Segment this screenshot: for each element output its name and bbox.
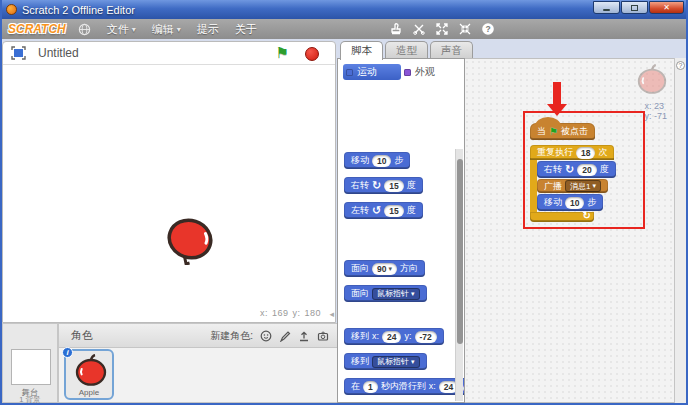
block-turn-cw[interactable]: 右转↻15度 (344, 177, 423, 194)
tab-声音[interactable]: 声音 (430, 41, 473, 59)
category-label: 运动 (357, 65, 377, 79)
sprite-library-icon[interactable] (260, 330, 272, 342)
menu-item-提示[interactable]: 提示 (189, 20, 227, 39)
block-text: y: (404, 332, 411, 341)
menu-item-文件[interactable]: 文件▾ (99, 20, 144, 39)
minimize-button[interactable] (593, 1, 620, 14)
block-text: 被点击 (561, 127, 588, 136)
duplicate-stamp-icon[interactable] (389, 22, 403, 36)
rotate-cw-icon: ↻ (565, 164, 574, 175)
number-input[interactable]: 10 (565, 197, 584, 209)
category-color-swatch (404, 69, 411, 76)
number-input[interactable]: 24 (382, 331, 401, 343)
number-input[interactable]: -72 (415, 331, 437, 343)
dropdown-input[interactable]: 鼠标指针▾ (372, 356, 420, 368)
apple-sprite-on-stage[interactable] (163, 215, 217, 265)
stage-thumbnail[interactable] (11, 349, 51, 385)
block-text: 步 (587, 198, 596, 207)
stage-canvas[interactable]: x:169 y:180 ◂ (3, 65, 335, 322)
dropdown-arrow-icon: ▾ (411, 358, 415, 366)
number-input[interactable]: 1 (363, 381, 378, 393)
block-turn-cw-20[interactable]: 右转↻20度 (537, 161, 616, 178)
block-goto-xy[interactable]: 移到x:24y:-72 (344, 328, 444, 345)
block-goto-mouse[interactable]: 移到鼠标指针▾ (344, 353, 427, 370)
upload-file-icon[interactable] (298, 330, 310, 342)
delete-scissors-icon[interactable] (412, 22, 426, 36)
block-turn-ccw[interactable]: 左转↺15度 (344, 202, 423, 219)
repeat-block-foot[interactable]: ↻ (530, 212, 594, 222)
number-dropdown-input[interactable]: 90▾ (372, 263, 397, 275)
block-text: 度 (407, 206, 416, 215)
tips-panel-flap[interactable]: ? (674, 58, 686, 403)
window-controls: ✕ (593, 1, 684, 14)
category-外观[interactable]: 外观 (401, 64, 461, 80)
number-input[interactable]: 15 (384, 205, 403, 217)
sprite-info-icon[interactable]: i (62, 347, 73, 358)
dropdown-input[interactable]: 消息1▾ (565, 180, 601, 192)
close-button[interactable]: ✕ (649, 1, 684, 14)
block-text: 右转 (351, 181, 369, 190)
block-when-flag-clicked[interactable]: 当⚑被点击 (530, 123, 595, 140)
rotate-cw-icon: ↻ (372, 180, 381, 191)
block-text: 度 (600, 165, 609, 174)
scratch-app-icon (6, 4, 17, 15)
dragged-sprite-ghost (635, 64, 669, 96)
number-input[interactable]: 18 (576, 147, 595, 159)
sprite-item-apple[interactable]: i Apple (64, 349, 114, 400)
block-broadcast-message[interactable]: 广播消息1▾ (537, 179, 608, 193)
camera-icon[interactable] (317, 330, 329, 342)
stop-icon[interactable] (305, 47, 319, 61)
block-move-steps[interactable]: 移动10步 (344, 152, 410, 169)
block-glide-to-xy[interactable]: 在1秒内滑行到x:24y:-72 (344, 378, 465, 395)
menu-item-编辑[interactable]: 编辑▾ (144, 20, 189, 39)
block-point-direction[interactable]: 面向90▾方向 (344, 260, 425, 277)
apple-sprite-thumbnail (73, 354, 109, 388)
window-title: Scratch 2 Offline Editor (22, 4, 135, 16)
tab-脚本[interactable]: 脚本 (340, 41, 383, 60)
stage-edge-arrow-icon[interactable]: ◂ (329, 309, 334, 319)
shrink-sprite-icon[interactable] (458, 22, 472, 36)
block-text: 次 (598, 148, 607, 157)
annotation-arrow-head (547, 104, 567, 116)
sprite-panel-title: 角色 (71, 328, 93, 343)
svg-text:?: ? (485, 24, 490, 34)
dropdown-arrow-icon: ▾ (592, 182, 596, 190)
block-palette: 运动外观声音画笔数据事件控制侦测运算更多积木 移动10步右转↻15度左转↺15度… (337, 58, 465, 403)
block-help-icon[interactable]: ? (481, 22, 495, 36)
block-text: 当 (537, 127, 546, 136)
project-name[interactable]: Untitled (38, 46, 79, 60)
number-input[interactable]: 15 (384, 180, 403, 192)
block-text: 移到 (351, 357, 369, 366)
block-text: 移动 (351, 156, 369, 165)
palette-scrollbar-thumb[interactable] (457, 159, 463, 344)
number-input[interactable]: 20 (577, 164, 596, 176)
block-text: x: (429, 382, 436, 391)
language-globe-icon[interactable] (78, 23, 91, 36)
number-input[interactable]: 10 (372, 155, 391, 167)
dropdown-arrow-icon[interactable]: ▾ (388, 265, 392, 273)
sprite-name: Apple (79, 388, 99, 397)
menu-item-关于[interactable]: 关于 (227, 20, 265, 39)
block-move-10-steps[interactable]: 移动10步 (537, 194, 603, 211)
help-icon[interactable]: ? (676, 61, 685, 70)
category-声音[interactable]: 声音 (461, 64, 465, 80)
green-flag-icon[interactable]: ⚑ (276, 44, 289, 62)
annotation-arrow (553, 82, 561, 104)
fullscreen-toggle-icon[interactable] (11, 46, 26, 60)
palette-scrollbar[interactable] (455, 149, 463, 401)
paint-brush-icon[interactable] (279, 330, 291, 342)
block-point-towards[interactable]: 面向鼠标指针▾ (344, 285, 427, 302)
category-color-swatch (346, 69, 353, 76)
category-color-swatch (464, 69, 465, 76)
dropdown-input[interactable]: 鼠标指针▾ (372, 288, 420, 300)
editor-tabs: 脚本造型声音 (340, 41, 473, 59)
tab-造型[interactable]: 造型 (385, 41, 428, 59)
rotate-ccw-icon: ↺ (372, 205, 381, 216)
category-运动[interactable]: 运动 (343, 64, 401, 80)
mouse-position-readout: x:169 y:180 (260, 308, 321, 318)
maximize-button[interactable] (621, 1, 648, 14)
block-text: 移到 (351, 332, 369, 341)
script-area[interactable]: x: 23 y: -71 当⚑被点击重复执行18次右转↻20度广播消息1▾移动1… (464, 58, 676, 403)
block-repeat[interactable]: 重复执行18次 (530, 145, 614, 160)
grow-sprite-icon[interactable] (435, 22, 449, 36)
